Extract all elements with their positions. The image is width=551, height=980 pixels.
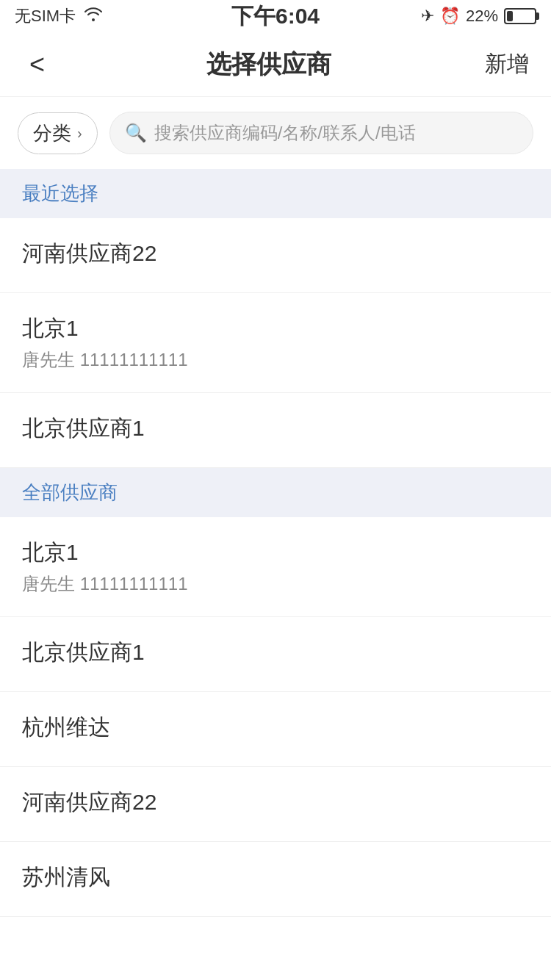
search-placeholder: 搜索供应商编码/名称/联系人/电话	[154, 121, 416, 145]
item-sub: 唐先生 11111111111	[22, 572, 529, 596]
location-icon: ✈	[421, 7, 434, 26]
list-item[interactable]: 北京1唐先生 11111111111	[0, 517, 551, 617]
battery-indicator	[504, 8, 536, 24]
chevron-right-icon: ›	[77, 125, 82, 142]
search-icon: 🔍	[125, 123, 147, 143]
all-section-label: 全部供应商	[22, 481, 118, 503]
recent-list: 河南供应商22北京1唐先生 11111111111北京供应商1	[0, 218, 551, 468]
status-bar: 无SIM卡 下午6:04 ✈ ⏰ 22%	[0, 0, 551, 32]
alarm-icon: ⏰	[440, 7, 460, 26]
status-time: 下午6:04	[231, 1, 320, 32]
item-name: 河南供应商22	[22, 239, 529, 269]
add-button[interactable]: 新增	[485, 49, 529, 79]
recent-section-label: 最近选择	[22, 182, 98, 204]
carrier-text: 无SIM卡	[15, 5, 76, 27]
all-section-header: 全部供应商	[0, 468, 551, 517]
wifi-icon	[83, 7, 104, 26]
list-item[interactable]: 北京1唐先生 11111111111	[0, 293, 551, 393]
status-left: 无SIM卡	[15, 5, 104, 27]
page-title: 选择供应商	[206, 48, 331, 82]
item-name: 河南供应商22	[22, 788, 529, 818]
item-name: 杭州维达	[22, 713, 529, 743]
item-sub: 唐先生 11111111111	[22, 348, 529, 372]
list-item[interactable]: 北京供应商1	[0, 617, 551, 692]
item-name: 北京1	[22, 314, 529, 344]
battery-percent: 22%	[466, 7, 498, 26]
search-box[interactable]: 🔍 搜索供应商编码/名称/联系人/电话	[109, 112, 533, 154]
all-list: 北京1唐先生 11111111111北京供应商1杭州维达河南供应商22苏州清风	[0, 517, 551, 917]
recent-section-header: 最近选择	[0, 169, 551, 218]
status-right: ✈ ⏰ 22%	[421, 7, 536, 26]
list-item[interactable]: 杭州维达	[0, 692, 551, 767]
item-name: 北京供应商1	[22, 638, 529, 668]
list-item[interactable]: 北京供应商1	[0, 393, 551, 468]
list-item[interactable]: 河南供应商22	[0, 218, 551, 293]
filter-row: 分类 › 🔍 搜索供应商编码/名称/联系人/电话	[0, 97, 551, 169]
item-name: 苏州清风	[22, 862, 529, 893]
item-name: 北京供应商1	[22, 414, 529, 444]
back-button[interactable]: <	[22, 42, 52, 87]
item-name: 北京1	[22, 538, 529, 568]
list-item[interactable]: 河南供应商22	[0, 767, 551, 842]
list-item[interactable]: 苏州清风	[0, 842, 551, 917]
category-label: 分类	[33, 120, 71, 146]
category-button[interactable]: 分类 ›	[18, 112, 98, 154]
nav-bar: < 选择供应商 新增	[0, 32, 551, 97]
